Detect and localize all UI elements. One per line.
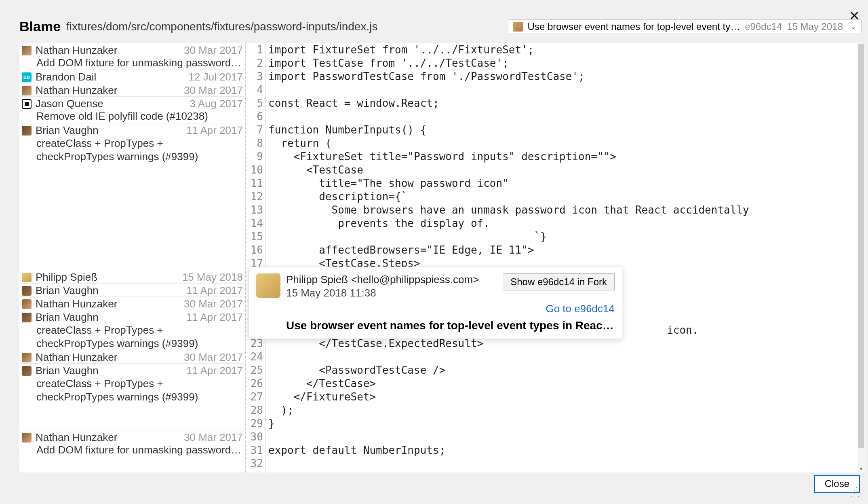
code-view[interactable]: import FixtureSet from '../../FixtureSet… — [266, 43, 862, 472]
code-line: prevents the display of. — [268, 217, 862, 230]
header: Blame fixtures/dom/src/components/fixtur… — [16, 7, 865, 34]
code-line: import TestCase from '../../TestCase'; — [268, 57, 862, 70]
code-line: return ( — [268, 137, 862, 150]
blame-window: ✕ Blame fixtures/dom/src/components/fixt… — [16, 7, 865, 497]
blame-hunk[interactable]: Nathan Hunzaker30 Mar 2017 — [19, 297, 245, 310]
code-line: `} — [268, 230, 862, 244]
author-avatar-icon — [22, 433, 32, 443]
commit-hash: e96dc14 — [745, 21, 782, 32]
show-in-fork-button[interactable]: Show e96dc14 in Fork — [503, 273, 615, 290]
code-line: function NumberInputs() { — [268, 123, 862, 137]
line-number: 7 — [246, 123, 263, 137]
resize-grip-icon[interactable]: ⋰⋰⋰ — [851, 488, 864, 496]
close-icon[interactable]: ✕ — [849, 9, 860, 22]
file-path: fixtures/dom/src/components/fixtures/pas… — [66, 20, 377, 33]
blame-hunk[interactable]: Brian Vaughn11 Apr 2017createClass + Pro… — [19, 123, 245, 270]
line-number: 16 — [246, 244, 263, 257]
code-line: </FixtureSet> — [268, 390, 862, 404]
author-avatar-icon — [22, 273, 32, 282]
blame-date: 11 Apr 2017 — [186, 284, 243, 297]
blame-date: 12 Jul 2017 — [189, 71, 243, 83]
author-name: Nathan Hunzaker — [36, 44, 180, 57]
author-name: Brian Vaughn — [36, 311, 182, 324]
blame-commit-message: Add DOM fixture for unmasking password… — [19, 57, 245, 70]
line-number: 5 — [246, 97, 263, 110]
author-name: Nathan Hunzaker — [36, 431, 180, 444]
line-number: 9 — [246, 150, 263, 163]
blame-hunk[interactable]: Nathan Hunzaker30 Mar 2017Add DOM fixtur… — [19, 43, 245, 70]
line-number: 13 — [246, 203, 263, 217]
blame-hunk[interactable]: Nathan Hunzaker30 Mar 2017 — [19, 350, 245, 364]
line-number: 31 — [246, 444, 263, 457]
author-avatar-icon — [22, 313, 32, 322]
blame-hunk[interactable]: Nathan Hunzaker30 Mar 2017Add DOM fixtur… — [19, 430, 245, 457]
code-line: import PasswordTestCase from './Password… — [268, 70, 862, 83]
author-avatar-icon — [256, 273, 280, 298]
author-avatar-icon — [22, 299, 32, 309]
code-line — [268, 110, 862, 123]
line-number: 27 — [246, 390, 263, 404]
blame-commit-message: createClass + PropTypes + checkPropTypes… — [19, 137, 245, 164]
blame-date: 3 Aug 2017 — [190, 97, 243, 110]
line-number: 6 — [246, 110, 263, 123]
line-number: 14 — [246, 217, 263, 230]
blame-hunk[interactable]: Jason Quense3 Aug 2017Remove old IE poly… — [19, 97, 245, 123]
line-number: 26 — [246, 377, 263, 390]
code-line: </TestCase> — [268, 377, 862, 390]
author-avatar-icon — [22, 46, 32, 55]
code-line — [268, 430, 862, 444]
code-line: export default NumberInputs; — [268, 444, 862, 457]
author-name: Brandon Dail — [36, 71, 185, 83]
code-line: } — [268, 417, 862, 430]
blame-hunk[interactable]: Brian Vaughn11 Apr 2017 — [19, 284, 245, 297]
author-name: Nathan Hunzaker — [36, 351, 180, 364]
author-avatar-icon — [22, 99, 32, 109]
blame-date: 11 Apr 2017 — [186, 364, 243, 377]
blame-commit-message: Add DOM fixture for unmasking password… — [19, 444, 245, 457]
blame-hunk[interactable]: Brian Vaughn11 Apr 2017createClass + Pro… — [19, 310, 245, 350]
blame-date: 30 Mar 2017 — [184, 431, 243, 444]
blame-hunk[interactable]: BDBrandon Dail12 Jul 2017 — [19, 70, 245, 83]
line-number: 8 — [246, 137, 263, 150]
blame-hunk[interactable]: Philipp Spieß15 May 2018 — [19, 270, 245, 284]
author-name: Philipp Spieß — [36, 271, 178, 284]
author-name: Brian Vaughn — [36, 364, 182, 377]
author-name: Brian Vaughn — [36, 284, 182, 297]
scroll-thumb[interactable] — [858, 44, 864, 448]
code-line: ); — [268, 404, 862, 417]
line-number: 25 — [246, 364, 263, 377]
blame-hunk[interactable]: Brian Vaughn11 Apr 2017createClass + Pro… — [19, 364, 245, 430]
blame-commit-message: createClass + PropTypes + checkPropTypes… — [19, 324, 245, 351]
line-number: 28 — [246, 404, 263, 417]
blame-hunk[interactable]: Nathan Hunzaker30 Mar 2017 — [19, 83, 245, 97]
commit-avatar-icon — [513, 22, 523, 32]
blame-date: 11 Apr 2017 — [186, 124, 243, 137]
scroll-down-icon[interactable]: ▾ — [857, 466, 865, 472]
author-avatar-icon — [22, 286, 32, 296]
code-line — [268, 350, 862, 364]
line-number: 10 — [246, 163, 263, 177]
line-number: 3 — [246, 70, 263, 83]
code-line: import FixtureSet from '../../FixtureSet… — [268, 43, 862, 57]
author-avatar-icon — [22, 126, 32, 136]
author-name: Nathan Hunzaker — [36, 298, 180, 310]
author-email: Philipp Spieß <hello@philippspiess.com> — [286, 273, 497, 286]
commit-tooltip: Philipp Spieß <hello@philippspiess.com> … — [249, 267, 622, 339]
blame-commit-message: Remove old IE polyfill code (#10238) — [19, 110, 245, 123]
author-avatar-icon — [22, 86, 32, 95]
commit-selector[interactable]: Use browser event names for top-level ev… — [508, 19, 862, 34]
vertical-scrollbar[interactable]: ▴ ▾ — [857, 43, 865, 472]
blame-commit-message: createClass + PropTypes + checkPropTypes… — [19, 377, 245, 404]
code-line — [268, 457, 862, 470]
line-number: 11 — [246, 177, 263, 190]
code-line: <TestCase — [268, 163, 862, 177]
blame-date: 30 Mar 2017 — [184, 84, 243, 97]
blame-date: 11 Apr 2017 — [186, 311, 243, 324]
title: Blame — [19, 19, 61, 34]
author-avatar-icon — [22, 353, 32, 362]
commit-message: Use browser event names for top-level ev… — [528, 21, 740, 32]
chevron-down-icon: ⌄ — [848, 22, 856, 31]
line-number: 4 — [246, 83, 263, 97]
go-to-commit-link[interactable]: Go to e96dc14 — [256, 303, 615, 315]
author-name: Jason Quense — [36, 97, 185, 110]
